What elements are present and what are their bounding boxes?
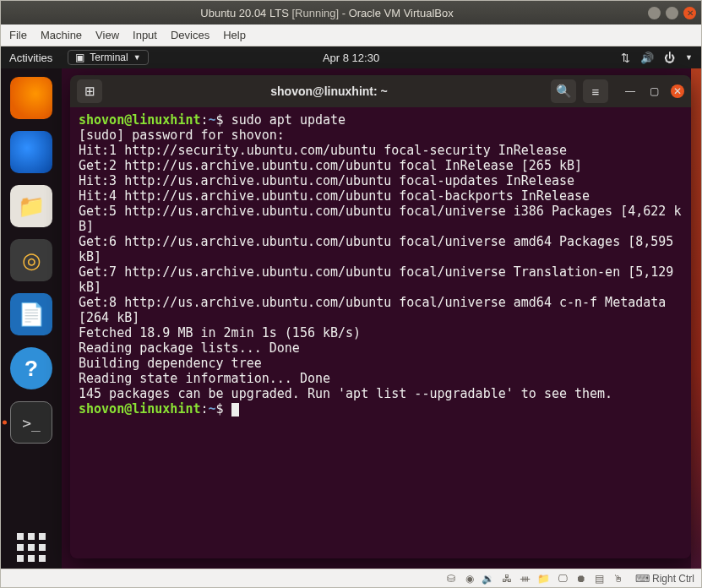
output-line: Hit:1 http://security.ubuntu.com/ubuntu … xyxy=(79,143,567,158)
vbox-menu-devices[interactable]: Devices xyxy=(171,29,210,41)
prompt-sigil: $ xyxy=(216,112,224,128)
output-line: Reading package lists... Done xyxy=(79,340,300,356)
search-icon: 🔍 xyxy=(556,84,572,99)
prompt-sigil: $ xyxy=(216,401,224,416)
dock-help[interactable]: ? xyxy=(10,347,52,389)
vbox-network-icon[interactable]: 🖧 xyxy=(500,572,514,585)
terminal-close-button[interactable]: ✕ xyxy=(671,84,684,98)
terminal-minimize-button[interactable]: — xyxy=(623,84,637,98)
output-line: Building dependency tree xyxy=(79,356,262,371)
appmenu-terminal[interactable]: ▣ Terminal ▼ xyxy=(68,50,148,65)
vbox-menu-file[interactable]: File xyxy=(9,29,27,41)
prompt-user: shovon xyxy=(79,112,124,128)
vbox-usb-icon[interactable]: ᚒ xyxy=(519,572,532,585)
vbox-title-app: - Oracle VM VirtualBox xyxy=(339,7,454,19)
prompt-colon: : xyxy=(201,401,209,416)
prompt-user: shovon xyxy=(79,401,124,416)
prompt-host: linuxhint xyxy=(132,401,200,416)
power-icon[interactable]: ⏻ xyxy=(664,52,675,64)
output-line: Fetched 18.9 MB in 2min 1s (156 kB/s) xyxy=(79,325,361,340)
prompt-at: @ xyxy=(124,401,132,416)
terminal-title: shovon@linuxhint: ~ xyxy=(107,84,551,98)
output-line: Hit:3 http://us.archive.ubuntu.com/ubunt… xyxy=(79,173,574,188)
vbox-menu-input[interactable]: Input xyxy=(133,29,157,41)
vbox-statusbar: ⛁ ◉ 🔉 🖧 ᚒ 📁 🖵 ⏺ ▤ 🖱 ⌨ Right Ctrl xyxy=(1,569,701,587)
dock-terminal[interactable]: >_ xyxy=(10,401,52,444)
dock-show-applications[interactable] xyxy=(10,526,52,569)
terminal-hamburger-menu[interactable]: ≡ xyxy=(583,79,608,103)
terminal-new-tab-button[interactable]: ⊞ xyxy=(77,79,102,103)
dock-thunderbird[interactable] xyxy=(10,131,52,173)
output-line: Get:7 http://us.archive.ubuntu.com/ubunt… xyxy=(79,264,681,295)
vbox-close-button[interactable]: ✕ xyxy=(683,7,696,19)
output-line: Get:8 http://us.archive.ubuntu.com/ubunt… xyxy=(79,295,673,325)
terminal-headerbar[interactable]: ⊞ shovon@linuxhint: ~ 🔍 ≡ — ▢ ✕ xyxy=(70,75,691,107)
terminal-viewport[interactable]: shovon@linuxhint:~$ sudo apt update [sud… xyxy=(70,107,691,558)
vbox-title-state: [Running] xyxy=(291,7,339,19)
prompt-colon: : xyxy=(201,112,209,128)
system-menu-chevron-icon[interactable]: ▼ xyxy=(685,53,693,62)
vbox-optical-icon[interactable]: ◉ xyxy=(463,572,476,585)
vbox-menubar: File Machine View Input Devices Help xyxy=(1,24,701,46)
vbox-shared-folders-icon[interactable]: 📁 xyxy=(537,572,551,585)
vbox-host-key[interactable]: ⌨ Right Ctrl xyxy=(635,573,694,585)
terminal-cursor xyxy=(231,403,239,416)
hamburger-icon: ≡ xyxy=(592,84,600,99)
output-line: Get:5 http://us.archive.ubuntu.com/ubunt… xyxy=(79,204,681,234)
dock-firefox[interactable] xyxy=(10,77,52,119)
ubuntu-dock: 📁 ◎ 📄 ? >_ xyxy=(1,68,62,569)
appmenu-label: Terminal xyxy=(90,52,128,63)
chevron-down-icon: ▼ xyxy=(133,53,141,62)
activities-button[interactable]: Activities xyxy=(9,52,52,64)
terminal-search-button[interactable]: 🔍 xyxy=(551,79,576,103)
vbox-mouse-integration-icon[interactable]: 🖱 xyxy=(612,572,625,585)
network-icon[interactable]: ⇅ xyxy=(621,52,630,64)
vbox-maximize-button[interactable] xyxy=(666,7,678,19)
output-line: 145 packages can be upgraded. Run 'apt l… xyxy=(79,386,612,401)
command-text: sudo apt update xyxy=(231,112,346,128)
vbox-menu-machine[interactable]: Machine xyxy=(41,29,82,41)
vbox-host-key-label: Right Ctrl xyxy=(652,573,694,585)
prompt-at: @ xyxy=(124,112,132,128)
keyboard-icon: ⌨ xyxy=(635,573,650,585)
clock[interactable]: Apr 8 12:30 xyxy=(323,52,379,64)
prompt-path: ~ xyxy=(209,112,216,128)
vbox-title-vm: Ubuntu 20.04 LTS xyxy=(200,7,291,19)
vbox-hdd-icon[interactable]: ⛁ xyxy=(444,572,458,585)
vbox-audio-icon[interactable]: 🔉 xyxy=(482,572,495,585)
guest-display: Activities ▣ Terminal ▼ Apr 8 12:30 ⇅ 🔊 … xyxy=(1,46,701,569)
vbox-minimize-button[interactable] xyxy=(648,7,661,19)
vbox-window-title: Ubuntu 20.04 LTS [Running] - Oracle VM V… xyxy=(6,7,648,19)
dock-libreoffice-writer[interactable]: 📄 xyxy=(10,293,52,335)
vbox-menu-view[interactable]: View xyxy=(95,29,119,41)
wallpaper xyxy=(691,68,701,569)
volume-icon[interactable]: 🔊 xyxy=(640,52,654,64)
output-line: Reading state information... Done xyxy=(79,371,330,386)
terminal-maximize-button[interactable]: ▢ xyxy=(647,84,661,98)
gnome-top-bar: Activities ▣ Terminal ▼ Apr 8 12:30 ⇅ 🔊 … xyxy=(1,46,701,68)
output-line: [sudo] password for shovon: xyxy=(79,128,285,143)
prompt-path: ~ xyxy=(209,401,216,416)
dock-files[interactable]: 📁 xyxy=(10,185,52,227)
output-line: Get:6 http://us.archive.ubuntu.com/ubunt… xyxy=(79,234,681,264)
output-line: Hit:4 http://us.archive.ubuntu.com/ubunt… xyxy=(79,188,590,204)
vbox-titlebar[interactable]: Ubuntu 20.04 LTS [Running] - Oracle VM V… xyxy=(1,1,701,24)
output-line: Get:2 http://us.archive.ubuntu.com/ubunt… xyxy=(79,158,582,173)
virtualbox-window: Ubuntu 20.04 LTS [Running] - Oracle VM V… xyxy=(0,0,702,588)
dock-rhythmbox[interactable]: ◎ xyxy=(10,239,52,281)
vbox-recording-icon[interactable]: ⏺ xyxy=(574,572,588,585)
vbox-cpu-icon[interactable]: ▤ xyxy=(593,572,607,585)
vbox-menu-help[interactable]: Help xyxy=(223,29,246,41)
prompt-host: linuxhint xyxy=(132,112,200,128)
vbox-display-icon[interactable]: 🖵 xyxy=(556,572,569,585)
terminal-window: ⊞ shovon@linuxhint: ~ 🔍 ≡ — ▢ ✕ sh xyxy=(70,75,691,558)
terminal-icon: ▣ xyxy=(75,52,84,63)
